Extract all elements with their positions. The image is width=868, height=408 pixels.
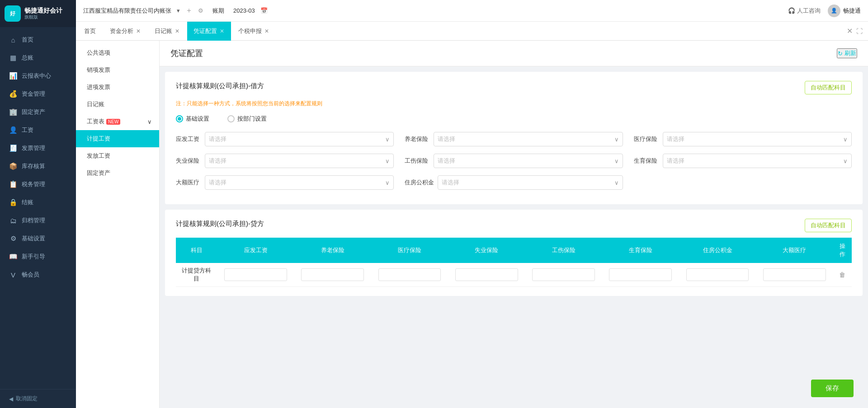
- subnav-salary-pay[interactable]: 发放工资: [76, 147, 159, 164]
- select-injury[interactable]: 请选择 ∨: [434, 154, 623, 168]
- input-pension[interactable]: [301, 268, 364, 281]
- page-title: 凭证配置: [170, 48, 203, 59]
- cell-unemployment[interactable]: [448, 263, 525, 287]
- input-injury[interactable]: [532, 268, 595, 281]
- cell-medical[interactable]: [371, 263, 448, 287]
- tab-home-label: 首页: [84, 27, 96, 35]
- sidebar-item-reports[interactable]: 📊 云报表中心: [0, 67, 76, 85]
- cancel-pin-button[interactable]: ◀ 取消固定: [0, 389, 76, 408]
- cell-should-pay[interactable]: [217, 263, 294, 287]
- sidebar-item-settings[interactable]: ⚙ 基础设置: [0, 230, 76, 248]
- tab-tax[interactable]: 个税申报 ✕: [232, 22, 276, 41]
- cell-maternity[interactable]: [602, 263, 679, 287]
- label-injury: 工伤保险: [405, 157, 430, 165]
- sidebar-item-capital[interactable]: 💰 资金管理: [0, 85, 76, 103]
- avatar: 👤: [828, 5, 840, 17]
- topbar: 江西服宝精品有限责任公司内账张 ▾ ＋ ⚙ 账期 2023-03 📅 🎧 人工咨…: [76, 0, 868, 22]
- cell-delete[interactable]: 🗑: [833, 263, 852, 287]
- form-row-pension: 养老保险 请选择 ∨: [405, 132, 623, 146]
- subnav-public[interactable]: 公共选项: [76, 44, 159, 61]
- select-unemployment[interactable]: 请选择 ∨: [205, 154, 394, 168]
- debit-form-grid: 应发工资 请选择 ∨ 养老保险 请选择 ∨ 医疗: [176, 132, 852, 190]
- sidebar-item-label: 新手引导: [22, 253, 45, 261]
- credit-auto-match-button[interactable]: 自动匹配科目: [805, 219, 852, 232]
- chevron-down-icon: ∨: [614, 136, 619, 143]
- subnav-salary-table[interactable]: 工资表NEW ∨: [76, 113, 159, 130]
- tab-journal-close[interactable]: ✕: [175, 28, 179, 34]
- tab-voucher-close[interactable]: ✕: [220, 28, 224, 34]
- subnav-fixed-assets[interactable]: 固定资产: [76, 164, 159, 182]
- cell-injury[interactable]: [525, 263, 602, 287]
- credit-table: 科目 应发工资 养老保险 医疗保险 失业保险 工伤保险 生育保险 住房公积金 大…: [176, 238, 852, 287]
- service-button[interactable]: 🎧 人工咨询: [788, 7, 821, 15]
- tab-capital-close[interactable]: ✕: [136, 28, 141, 34]
- subnav-salary-advance[interactable]: 计提工资: [76, 130, 159, 147]
- expand-window-icon[interactable]: ⛶: [856, 28, 863, 35]
- calendar-icon[interactable]: 📅: [260, 7, 268, 14]
- cell-big-medical[interactable]: [756, 263, 833, 287]
- tab-journal[interactable]: 日记账 ✕: [148, 22, 186, 41]
- sidebar-item-guide[interactable]: 📖 新手引导: [0, 248, 76, 266]
- subnav-purchase-invoice[interactable]: 进项发票: [76, 79, 159, 96]
- new-badge: NEW: [106, 119, 120, 125]
- select-housing-fund[interactable]: 请选择 ∨: [438, 175, 623, 190]
- headset-icon: 🎧: [788, 7, 795, 14]
- tab-voucher[interactable]: 凭证配置 ✕: [187, 22, 231, 41]
- add-company-button[interactable]: ＋: [185, 6, 193, 15]
- select-pension[interactable]: 请选择 ∨: [434, 132, 623, 146]
- input-medical[interactable]: [378, 268, 441, 281]
- cell-housing-fund[interactable]: [679, 263, 756, 287]
- close-window-icon[interactable]: ✕: [847, 27, 853, 35]
- sidebar-item-assets[interactable]: 🏢 固定资产: [0, 103, 76, 121]
- select-maternity[interactable]: 请选择 ∨: [663, 154, 852, 168]
- tab-tax-close[interactable]: ✕: [264, 28, 269, 34]
- form-row-housing-fund: 住房公积金 请选择 ∨: [405, 175, 623, 190]
- select-medical[interactable]: 请选择 ∨: [663, 132, 852, 146]
- input-should-pay[interactable]: [224, 268, 287, 281]
- form-row-big-medical: 大额医疗 请选择 ∨: [176, 175, 394, 190]
- delete-row-icon[interactable]: 🗑: [839, 271, 845, 278]
- subnav-sales-invoice[interactable]: 销项发票: [76, 61, 159, 79]
- tab-home[interactable]: 首页: [78, 22, 103, 41]
- save-button[interactable]: 保存: [811, 380, 854, 397]
- radio-dept-label: 按部门设置: [237, 115, 267, 123]
- sidebar-item-closing[interactable]: 🔒 结账: [0, 193, 76, 211]
- select-should-pay-text: 请选择: [209, 135, 226, 143]
- input-housing-fund[interactable]: [686, 268, 749, 281]
- radio-dept-setting[interactable]: 按部门设置: [227, 115, 267, 123]
- label-medical: 医疗保险: [634, 135, 659, 143]
- sidebar-item-salary[interactable]: 👤 工资: [0, 121, 76, 139]
- radio-basic-setting[interactable]: 基础设置: [176, 115, 209, 123]
- sidebar-item-ledger[interactable]: ▦ 总账: [0, 49, 76, 67]
- sidebar-item-tax[interactable]: 📋 税务管理: [0, 175, 76, 193]
- radio-dept-indicator: [227, 115, 235, 122]
- sidebar-item-archive[interactable]: 🗂 归档管理: [0, 211, 76, 230]
- subnav-journal[interactable]: 日记账: [76, 96, 159, 113]
- cell-pension[interactable]: [294, 263, 371, 287]
- settings-icon[interactable]: ⚙: [198, 7, 203, 14]
- chevron-down-icon: ∨: [614, 179, 619, 186]
- guide-icon: 📖: [9, 253, 17, 261]
- sidebar-item-inventory[interactable]: 📦 库存核算: [0, 157, 76, 175]
- refresh-button[interactable]: ↻ 刷新: [837, 48, 857, 58]
- company-dropdown-icon[interactable]: ▾: [177, 7, 180, 14]
- sidebar-nav: ⌂ 首页 ▦ 总账 📊 云报表中心 💰 资金管理 🏢 固定资产 👤 工资 🧾 发…: [0, 27, 76, 389]
- input-big-medical[interactable]: [763, 268, 826, 281]
- sidebar-item-label: 畅会员: [22, 271, 39, 279]
- sidebar-item-vip[interactable]: V 畅会员: [0, 266, 76, 284]
- tab-actions: ✕ ⛶: [847, 27, 866, 35]
- tab-capital[interactable]: 资金分析 ✕: [104, 22, 147, 41]
- debit-auto-match-button[interactable]: 自动匹配科目: [805, 81, 852, 94]
- select-should-pay[interactable]: 请选择 ∨: [205, 132, 394, 146]
- form-row-medical: 医疗保险 请选择 ∨: [634, 132, 852, 146]
- form-row-maternity: 生育保险 请选择 ∨: [634, 154, 852, 168]
- input-unemployment[interactable]: [455, 268, 518, 281]
- label-big-medical: 大额医疗: [176, 178, 201, 187]
- select-big-medical[interactable]: 请选择 ∨: [205, 175, 394, 190]
- input-maternity[interactable]: [609, 268, 672, 281]
- chevron-down-icon: ∨: [385, 179, 390, 186]
- user-menu[interactable]: 👤 畅捷通: [828, 5, 861, 17]
- sidebar-item-invoice[interactable]: 🧾 发票管理: [0, 139, 76, 157]
- col-injury: 工伤保险: [525, 238, 602, 263]
- sidebar-item-home[interactable]: ⌂ 首页: [0, 31, 76, 49]
